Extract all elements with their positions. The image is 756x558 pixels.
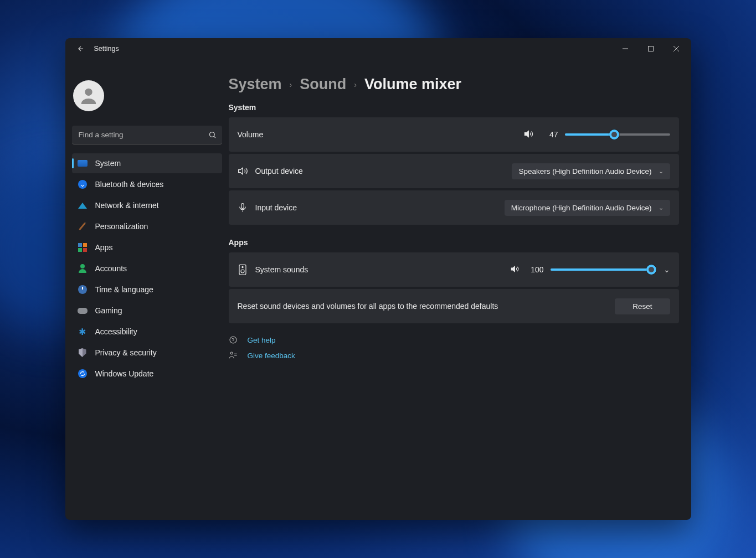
system-sounds-card: System sounds 100 ⌄ — [229, 252, 679, 287]
search-box[interactable] — [72, 126, 222, 144]
sidebar: System ⌵Bluetooth & devices Network & in… — [65, 59, 229, 520]
wifi-icon — [78, 200, 88, 210]
nav-label: Gaming — [95, 306, 122, 315]
chevron-right-icon: › — [290, 80, 292, 89]
svg-point-12 — [241, 266, 243, 267]
section-apps-label: Apps — [229, 238, 679, 247]
sidebar-item-update[interactable]: Windows Update — [72, 364, 222, 384]
brush-icon — [78, 221, 88, 231]
help-links: Get help Give feedback — [229, 335, 679, 360]
crumb-sound[interactable]: Sound — [300, 76, 346, 93]
sidebar-item-network[interactable]: Network & internet — [72, 195, 222, 215]
microphone-icon — [238, 203, 255, 213]
nav-label: Network & internet — [95, 201, 159, 210]
sidebar-item-gaming[interactable]: Gaming — [72, 301, 222, 321]
bluetooth-icon: ⌵ — [78, 179, 88, 189]
update-icon — [78, 369, 88, 379]
output-device-value: Speakers (High Definition Audio Device) — [518, 167, 651, 175]
chevron-down-icon: ⌄ — [659, 204, 664, 211]
volume-slider[interactable] — [565, 133, 670, 136]
system-icon — [78, 158, 88, 168]
sidebar-item-apps[interactable]: Apps — [72, 237, 222, 257]
sidebar-nav: System ⌵Bluetooth & devices Network & in… — [72, 153, 222, 384]
maximize-button[interactable] — [638, 40, 664, 58]
svg-rect-9 — [241, 204, 244, 209]
svg-point-5 — [209, 132, 214, 137]
nav-label: Accounts — [95, 264, 127, 273]
output-label: Output device — [255, 167, 303, 175]
system-sounds-value: 100 — [526, 265, 544, 274]
back-button[interactable] — [72, 40, 90, 58]
breadcrumb: System › Sound › Volume mixer — [229, 76, 679, 93]
search-icon — [208, 131, 217, 141]
speaker-icon[interactable] — [511, 265, 520, 275]
nav-label: Bluetooth & devices — [95, 180, 164, 189]
input-device-value: Microphone (High Definition Audio Device… — [511, 204, 652, 212]
input-device-dropdown[interactable]: Microphone (High Definition Audio Device… — [505, 200, 670, 216]
sidebar-item-privacy[interactable]: Privacy & security — [72, 343, 222, 363]
svg-line-6 — [214, 136, 215, 138]
user-avatar[interactable] — [73, 80, 104, 111]
app-title: Settings — [94, 45, 119, 53]
system-sounds-label: System sounds — [255, 265, 308, 274]
titlebar: Settings — [65, 38, 691, 59]
nav-label: System — [95, 159, 121, 168]
device-icon — [238, 264, 255, 276]
system-sounds-slider[interactable] — [551, 268, 656, 271]
feedback-icon — [229, 351, 239, 360]
search-input[interactable] — [72, 126, 222, 144]
expand-button[interactable]: ⌄ — [664, 265, 670, 274]
svg-rect-1 — [648, 46, 653, 51]
nav-label: Windows Update — [95, 369, 154, 378]
svg-point-15 — [230, 352, 233, 354]
give-feedback-link[interactable]: Give feedback — [248, 352, 295, 360]
sidebar-item-accessibility[interactable]: ✱Accessibility — [72, 322, 222, 342]
sidebar-item-personalization[interactable]: Personalization — [72, 216, 222, 236]
output-device-dropdown[interactable]: Speakers (High Definition Audio Device) … — [512, 163, 670, 179]
nav-label: Personalization — [95, 222, 148, 231]
volume-label: Volume — [238, 130, 264, 139]
nav-label: Apps — [95, 243, 113, 252]
nav-label: Accessibility — [95, 327, 137, 336]
svg-marker-13 — [511, 266, 515, 271]
apps-icon — [78, 242, 88, 252]
input-label: Input device — [255, 203, 297, 212]
gamepad-icon — [78, 306, 88, 316]
svg-point-4 — [85, 89, 92, 96]
section-system-label: System — [229, 103, 679, 112]
clock-icon — [78, 285, 88, 294]
person-icon — [78, 264, 88, 273]
window-controls — [613, 40, 689, 58]
svg-marker-7 — [524, 131, 528, 137]
crumb-system[interactable]: System — [229, 76, 282, 93]
input-device-card: Input device Microphone (High Definition… — [229, 190, 679, 225]
volume-value: 47 — [541, 130, 558, 139]
chevron-down-icon: ⌄ — [659, 168, 664, 175]
help-icon — [229, 335, 239, 344]
chevron-right-icon: › — [354, 80, 357, 89]
main-content: System › Sound › Volume mixer System Vol… — [229, 59, 691, 520]
sidebar-item-time[interactable]: Time & language — [72, 280, 222, 299]
settings-window: Settings System ⌵Bluetooth & devices Net… — [65, 38, 691, 520]
volume-card: Volume 47 — [229, 117, 679, 152]
output-device-card: Output device Speakers (High Definition … — [229, 154, 679, 188]
reset-description: Reset sound devices and volumes for all … — [238, 302, 498, 311]
svg-marker-8 — [238, 168, 243, 174]
minimize-button[interactable] — [613, 40, 638, 58]
nav-label: Time & language — [95, 285, 153, 294]
get-help-link[interactable]: Get help — [248, 336, 276, 344]
sidebar-item-bluetooth[interactable]: ⌵Bluetooth & devices — [72, 174, 222, 194]
reset-button[interactable]: Reset — [615, 298, 670, 314]
speaker-icon[interactable] — [524, 129, 534, 141]
reset-card: Reset sound devices and volumes for all … — [229, 289, 679, 323]
sidebar-item-accounts[interactable]: Accounts — [72, 259, 222, 278]
sidebar-item-system[interactable]: System — [72, 153, 222, 173]
shield-icon — [78, 348, 88, 358]
close-button[interactable] — [664, 40, 689, 58]
crumb-current: Volume mixer — [364, 76, 461, 93]
svg-point-11 — [241, 270, 244, 273]
accessibility-icon: ✱ — [78, 327, 88, 337]
speaker-icon — [238, 166, 255, 177]
nav-label: Privacy & security — [95, 348, 157, 357]
